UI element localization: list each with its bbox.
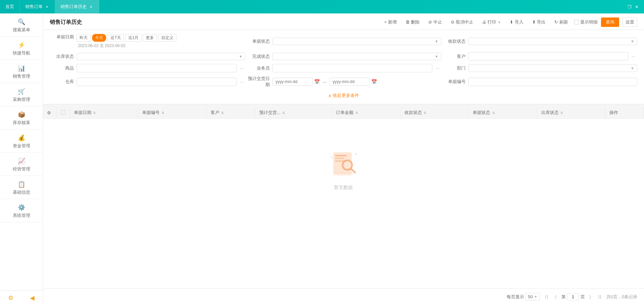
empty-text: 暂无数据 — [334, 185, 353, 191]
th-order-amount[interactable]: 订单金额 ⇅ — [332, 107, 400, 119]
tab-home[interactable]: 首页 — [0, 0, 20, 13]
date-quick-btns: 昨天 今天 近7天 近1月 更多 自定义 — [77, 34, 176, 42]
page-size-value: 50 — [528, 294, 532, 299]
expected-date-end-calendar-icon[interactable]: 📅 — [371, 79, 377, 84]
new-button[interactable]: + 新增 — [382, 18, 399, 27]
display-detail-check[interactable]: 显示明细 — [574, 19, 598, 25]
th-payment-status-label: 收款状态 — [404, 110, 422, 115]
payment-status-filter-cell: 收款状态 ▼ — [441, 38, 637, 45]
customer-input[interactable] — [468, 52, 628, 61]
select-all-checkbox[interactable] — [61, 110, 66, 115]
customer-more-btn[interactable]: ··· — [630, 53, 637, 60]
th-checkbox[interactable] — [56, 107, 70, 119]
basic-info-icon: 📋 — [18, 181, 25, 188]
sidebar-item-purchase-mgmt[interactable]: 🛒 采购管理 — [0, 83, 43, 106]
settings-button[interactable]: 设置 — [622, 17, 637, 27]
query-button[interactable]: 查询 — [601, 17, 619, 27]
warehouse-more-btn[interactable]: ··· — [238, 79, 246, 85]
date-btn-yesterday[interactable]: 昨天 — [77, 34, 91, 42]
sidebar-item-system[interactable]: ⚙️ 系统管理 — [0, 199, 43, 222]
prev-page-btn[interactable]: ⟨ — [552, 293, 560, 301]
date-btn-7days[interactable]: 近7天 — [108, 34, 124, 42]
expected-date-range: 📅 — 📅 — [272, 78, 441, 86]
finance-icon: 💰 — [18, 134, 25, 142]
stop-button[interactable]: ⊘ 中止 — [426, 18, 445, 27]
import-button[interactable]: ⬇ 导入 — [507, 18, 526, 27]
first-page-btn[interactable]: ⟨⟨ — [543, 293, 551, 301]
sidebar-collapse-btn[interactable]: ◀ — [30, 294, 35, 302]
goods-more-btn[interactable]: ··· — [238, 65, 246, 71]
svg-point-7 — [331, 156, 333, 158]
complete-arrow-icon: ▼ — [435, 54, 438, 59]
sidebar-item-sales-mgmt[interactable]: 📊 销售管理 — [0, 60, 43, 83]
page-label: 第 — [561, 294, 566, 300]
empty-state-cell: 暂无数据 — [43, 119, 644, 218]
warehouse-input[interactable] — [77, 78, 237, 86]
th-payment-status[interactable]: 收款状态 ⇅ — [400, 107, 469, 119]
tab-sales-order-history[interactable]: 销售订单历史 ✕ — [55, 0, 99, 13]
date-btn-more[interactable]: 更多 — [143, 34, 157, 42]
date-filter-controls: 昨天 今天 近7天 近1月 更多 自定义 2023-06-02 至 2023-0… — [77, 34, 176, 49]
th-doc-no[interactable]: 单据编号 ⇅ — [138, 107, 207, 119]
table-body: 暂无数据 — [43, 119, 644, 218]
doc-no-label: 单据编号 — [441, 79, 468, 85]
page-size-box[interactable]: 50 ▼ — [525, 293, 540, 301]
th-expected-date[interactable]: 预计交货... ⇅ — [255, 107, 332, 119]
sidebar-item-inventory[interactable]: 📦 库存核算 — [0, 106, 43, 129]
tab-sales-order[interactable]: 销售订单 ✕ — [20, 0, 55, 13]
last-page-btn[interactable]: ⟩⟩ — [596, 293, 604, 301]
date-btn-1month[interactable]: 近1月 — [125, 34, 142, 42]
expected-date-label: 预计交货日期 — [246, 76, 272, 88]
sidebar-item-quick-nav[interactable]: ⚡ 快捷导航 — [0, 37, 43, 60]
stock-out-select[interactable]: ▼ — [77, 53, 246, 60]
sidebar-item-operations[interactable]: 📈 经营管理 — [0, 153, 43, 176]
expected-date-start-calendar-icon[interactable]: 📅 — [314, 79, 320, 84]
display-detail-label: 显示明细 — [580, 19, 598, 25]
salesperson-input[interactable] — [272, 64, 432, 72]
department-arrow-icon: ▼ — [631, 66, 634, 70]
tab-sales-order-history-close[interactable]: ✕ — [89, 4, 93, 9]
goods-input[interactable] — [77, 64, 237, 72]
th-settings[interactable]: ⚙ — [43, 107, 56, 119]
sidebar-item-finance[interactable]: 💰 资金管理 — [0, 129, 43, 153]
doc-status-select[interactable]: ▼ — [272, 38, 441, 45]
top-bar-actions: ❐ ✕ — [628, 4, 644, 9]
doc-status-filter-cell: 单据状态 ▼ — [246, 38, 441, 45]
restore-btn[interactable]: ❐ — [628, 4, 632, 9]
delete-button[interactable]: 🗑 删除 — [403, 18, 423, 27]
th-customer[interactable]: 客户 ⇅ — [206, 107, 255, 119]
payment-status-label: 收款状态 — [441, 38, 468, 44]
export-button[interactable]: ⬆ 导出 — [529, 18, 549, 27]
salesperson-more-btn[interactable]: ··· — [434, 65, 441, 71]
display-detail-checkbox[interactable] — [574, 20, 579, 25]
sidebar-settings-btn[interactable]: ⚙ — [8, 294, 13, 302]
expected-date-start[interactable] — [272, 78, 313, 86]
print-button[interactable]: 🖨 打印 ▼ — [479, 18, 504, 27]
sidebar-item-basic-info[interactable]: 📋 基础信息 — [0, 176, 43, 199]
payment-status-select[interactable]: ▼ — [468, 38, 637, 45]
sidebar-item-search-menu[interactable]: 🔍 搜索菜单 — [0, 13, 43, 37]
refresh-button[interactable]: ↻ 刷新 — [552, 18, 571, 27]
page-title: 销售订单历史 — [50, 19, 82, 26]
th-stock-out-status[interactable]: 出库状态 ⇅ — [537, 107, 605, 119]
page-size-label: 每页显示 — [507, 294, 524, 300]
collapse-btn[interactable]: ∧ 收起更多条件 — [328, 91, 359, 100]
cancel-stop-button[interactable]: ⊘ 取消中止 — [448, 18, 476, 27]
customer-filter-cell: 客户 ··· — [441, 52, 637, 61]
complete-select[interactable]: ▼ — [272, 53, 441, 60]
date-range-text: 2023-06-02 至 2023-06-02 — [78, 43, 176, 49]
doc-no-input[interactable] — [468, 78, 637, 86]
th-doc-status[interactable]: 单据状态 ⇅ — [469, 107, 537, 119]
th-date[interactable]: 单据日期 ⇅ — [70, 107, 138, 119]
close-btn[interactable]: ✕ — [635, 4, 639, 9]
tab-sales-order-close[interactable]: ✕ — [45, 4, 49, 9]
department-select[interactable]: ▼ — [468, 65, 637, 72]
salesperson-filter-cell: 业务员 ··· — [246, 64, 441, 72]
date-btn-today[interactable]: 今天 — [92, 34, 106, 42]
expected-date-end[interactable] — [330, 78, 370, 86]
date-btn-custom[interactable]: 自定义 — [158, 34, 176, 42]
main-layout: 🔍 搜索菜单 ⚡ 快捷导航 📊 销售管理 🛒 采购管理 📦 库存核算 💰 资金管… — [0, 13, 644, 305]
page-input[interactable] — [567, 293, 579, 300]
th-doc-no-label: 单据编号 — [142, 110, 160, 115]
next-page-btn[interactable]: ⟩ — [586, 293, 594, 301]
